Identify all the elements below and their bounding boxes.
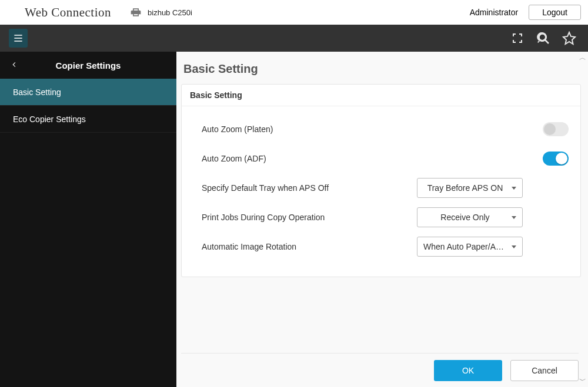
- select-value: Tray Before APS ON: [423, 183, 507, 193]
- footer-actions: OK Cancel: [181, 353, 579, 387]
- printer-icon: [129, 6, 143, 18]
- setting-label: Auto Zoom (Platen): [202, 124, 378, 134]
- setting-row-auto-zoom-adf: Auto Zoom (ADF): [202, 144, 570, 173]
- setting-label: Automatic Image Rotation: [202, 242, 378, 251]
- sidebar-item-label: Eco Copier Settings: [13, 115, 86, 124]
- sidebar: Copier Settings Basic Setting Eco Copier…: [0, 52, 176, 387]
- device-block: bizhub C250i: [129, 6, 192, 18]
- sidebar-item-eco-copier[interactable]: Eco Copier Settings: [0, 106, 176, 133]
- setting-label: Print Jobs During Copy Operation: [202, 213, 378, 222]
- page-title: Basic Setting: [181, 52, 581, 84]
- ok-button[interactable]: OK: [434, 360, 502, 381]
- scroll-down-arrow: ﹀: [579, 376, 586, 386]
- app-title: Web Connection: [25, 5, 111, 20]
- logout-button[interactable]: Logout: [529, 5, 581, 20]
- sidebar-item-basic-setting[interactable]: Basic Setting: [0, 79, 176, 106]
- back-icon[interactable]: [11, 60, 18, 70]
- setting-row-auto-rotation: Automatic Image Rotation When Auto Paper…: [202, 232, 570, 261]
- sidebar-title-row: Copier Settings: [0, 52, 176, 79]
- sidebar-item-label: Basic Setting: [13, 88, 61, 97]
- top-header: Web Connection bizhub C250i Administrato…: [0, 0, 588, 25]
- svg-point-0: [539, 34, 546, 41]
- settings-panel: Basic Setting Auto Zoom (Platen) Auto Zo…: [181, 84, 581, 277]
- scroll-up-arrow: ︿: [579, 53, 586, 63]
- select-print-jobs[interactable]: Receive Only: [417, 207, 523, 227]
- panel-header: Basic Setting: [182, 85, 580, 106]
- cancel-button[interactable]: Cancel: [510, 360, 579, 381]
- setting-label: Specify Default Tray when APS Off: [202, 183, 378, 193]
- select-value: When Auto Paper/Au…: [423, 242, 507, 251]
- scan-icon[interactable]: [505, 25, 530, 52]
- toolbar: [0, 25, 588, 52]
- setting-row-default-tray: Specify Default Tray when APS Off Tray B…: [202, 173, 570, 203]
- device-name: bizhub C250i: [148, 8, 192, 17]
- select-auto-rotation[interactable]: When Auto Paper/Au…: [417, 237, 523, 257]
- setting-label: Auto Zoom (ADF): [202, 154, 378, 163]
- sidebar-title: Copier Settings: [56, 60, 121, 70]
- search-icon[interactable]: [530, 25, 556, 52]
- main-area: Basic Setting Basic Setting Auto Zoom (P…: [176, 52, 588, 387]
- select-default-tray[interactable]: Tray Before APS ON: [417, 178, 523, 198]
- setting-row-auto-zoom-platen: Auto Zoom (Platen): [202, 115, 570, 144]
- star-icon[interactable]: [556, 25, 582, 52]
- svg-line-1: [545, 40, 549, 43]
- select-value: Receive Only: [423, 213, 507, 222]
- role-label: Administrator: [470, 8, 518, 17]
- toggle-auto-zoom-platen[interactable]: [543, 122, 569, 136]
- setting-row-print-jobs: Print Jobs During Copy Operation Receive…: [202, 203, 570, 232]
- chevron-down-icon: [512, 187, 516, 190]
- menu-button[interactable]: [9, 29, 28, 48]
- chevron-down-icon: [512, 245, 516, 248]
- scrollbar-hint: ︿ ﹀: [579, 53, 587, 386]
- chevron-down-icon: [512, 216, 516, 219]
- toggle-auto-zoom-adf[interactable]: [543, 152, 569, 166]
